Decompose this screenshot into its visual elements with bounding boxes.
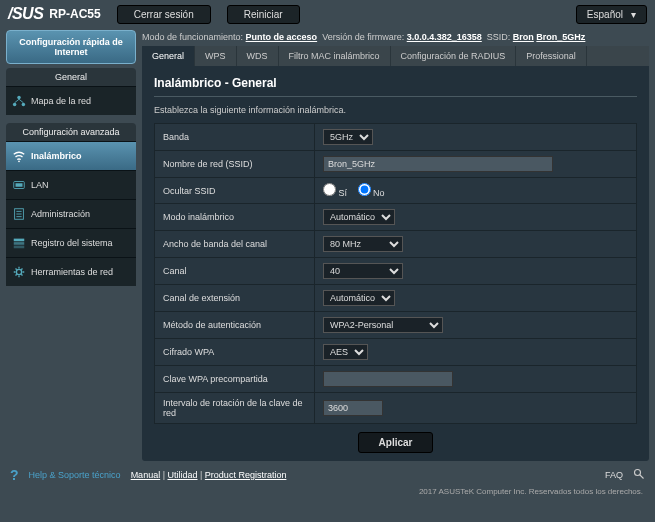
language-select[interactable]: Español ▾ <box>576 5 647 24</box>
bandwidth-select[interactable]: 80 MHz <box>323 236 403 252</box>
reboot-button[interactable]: Reiniciar <box>227 5 300 24</box>
registration-link[interactable]: Product Registration <box>205 470 287 480</box>
svg-point-11 <box>635 470 641 476</box>
copyright: 2017 ASUSTeK Computer Inc. Reservados to… <box>0 485 655 498</box>
sidebar-header-general: General <box>6 68 136 86</box>
hide-yes[interactable]: Sí <box>323 188 347 198</box>
auth-select[interactable]: WPA2-Personal <box>323 317 443 333</box>
row-label: Método de autenticación <box>155 312 315 339</box>
encryption-select[interactable]: AES <box>323 344 368 360</box>
wpakey-input[interactable] <box>323 371 453 387</box>
row-label: Banda <box>155 124 315 151</box>
sidebar-item-syslog[interactable]: Registro del sistema <box>6 228 136 257</box>
panel-title: Inalámbrico - General <box>154 76 637 97</box>
sidebar-item-label: Inalámbrico <box>31 151 82 161</box>
svg-point-3 <box>18 160 20 162</box>
sidebar-item-netmap[interactable]: Mapa de la red <box>6 86 136 115</box>
tab-wds[interactable]: WDS <box>237 46 279 66</box>
help-label: Help & Soporte técnico <box>29 470 121 480</box>
apply-button[interactable]: Aplicar <box>358 432 434 453</box>
ssid2-link[interactable]: Bron_5GHz <box>536 32 585 42</box>
syslog-icon <box>12 236 26 250</box>
admin-icon <box>12 207 26 221</box>
faq-link[interactable]: FAQ <box>605 470 623 480</box>
sidebar-item-nettools[interactable]: Herramientas de red <box>6 257 136 286</box>
manual-link[interactable]: Manual <box>131 470 161 480</box>
tab-bar: General WPS WDS Filtro MAC inalámbrico C… <box>142 46 649 66</box>
chevron-down-icon: ▾ <box>631 9 636 20</box>
svg-rect-8 <box>14 242 25 245</box>
search-icon[interactable] <box>633 468 645 482</box>
mode-link[interactable]: Punto de acceso <box>246 32 318 42</box>
netmap-icon <box>12 94 26 108</box>
row-label: Canal <box>155 258 315 285</box>
channel-select[interactable]: 40 <box>323 263 403 279</box>
svg-rect-9 <box>14 246 25 249</box>
hide-no[interactable]: No <box>358 188 385 198</box>
extchannel-select[interactable]: Automático <box>323 290 395 306</box>
brand-logo: /SUS <box>8 5 43 23</box>
wireless-icon <box>12 149 26 163</box>
row-label: Canal de extensión <box>155 285 315 312</box>
logout-button[interactable]: Cerrar sesión <box>117 5 211 24</box>
row-label: Ocultar SSID <box>155 178 315 204</box>
sidebar-header-advanced: Configuración avanzada <box>6 123 136 141</box>
sidebar-item-label: Administración <box>31 209 90 219</box>
row-label: Intervalo de rotación de la clave de red <box>155 393 315 424</box>
svg-rect-5 <box>16 183 23 187</box>
svg-point-2 <box>22 103 26 107</box>
svg-rect-7 <box>14 239 25 242</box>
ssid1-link[interactable]: Bron <box>513 32 534 42</box>
sidebar-item-label: Mapa de la red <box>31 96 91 106</box>
tab-macfilter[interactable]: Filtro MAC inalámbrico <box>279 46 391 66</box>
firmware-link[interactable]: 3.0.0.4.382_16358 <box>407 32 482 42</box>
sidebar-item-wireless[interactable]: Inalámbrico <box>6 141 136 170</box>
svg-point-0 <box>17 96 21 100</box>
rotation-input[interactable] <box>323 400 383 416</box>
help-icon: ? <box>10 467 19 483</box>
row-label: Cifrado WPA <box>155 339 315 366</box>
language-label: Español <box>587 9 623 20</box>
sidebar-item-label: Registro del sistema <box>31 238 113 248</box>
svg-point-1 <box>13 103 17 107</box>
tab-radius[interactable]: Configuración de RADIUS <box>391 46 517 66</box>
nettools-icon <box>12 265 26 279</box>
row-label: Nombre de red (SSID) <box>155 151 315 178</box>
sidebar-item-admin[interactable]: Administración <box>6 199 136 228</box>
row-label: Modo inalámbrico <box>155 204 315 231</box>
panel-desc: Establezca la siguiente información inal… <box>154 105 637 115</box>
row-label: Ancho de banda del canal <box>155 231 315 258</box>
mode-select[interactable]: Automático <box>323 209 395 225</box>
utility-link[interactable]: Utilidad <box>168 470 198 480</box>
sidebar-item-lan[interactable]: LAN <box>6 170 136 199</box>
tab-general[interactable]: General <box>142 46 195 66</box>
svg-point-10 <box>16 269 21 274</box>
status-bar: Modo de funcionamiento: Punto de acceso … <box>142 30 649 46</box>
sidebar-item-label: Herramientas de red <box>31 267 113 277</box>
quick-setup-button[interactable]: Configuración rápida de Internet <box>6 30 136 64</box>
row-label: Clave WPA precompartida <box>155 366 315 393</box>
model-name: RP-AC55 <box>49 7 100 21</box>
lan-icon <box>12 178 26 192</box>
band-select[interactable]: 5GHz <box>323 129 373 145</box>
tab-wps[interactable]: WPS <box>195 46 237 66</box>
sidebar-item-label: LAN <box>31 180 49 190</box>
tab-professional[interactable]: Professional <box>516 46 587 66</box>
ssid-input[interactable] <box>323 156 553 172</box>
